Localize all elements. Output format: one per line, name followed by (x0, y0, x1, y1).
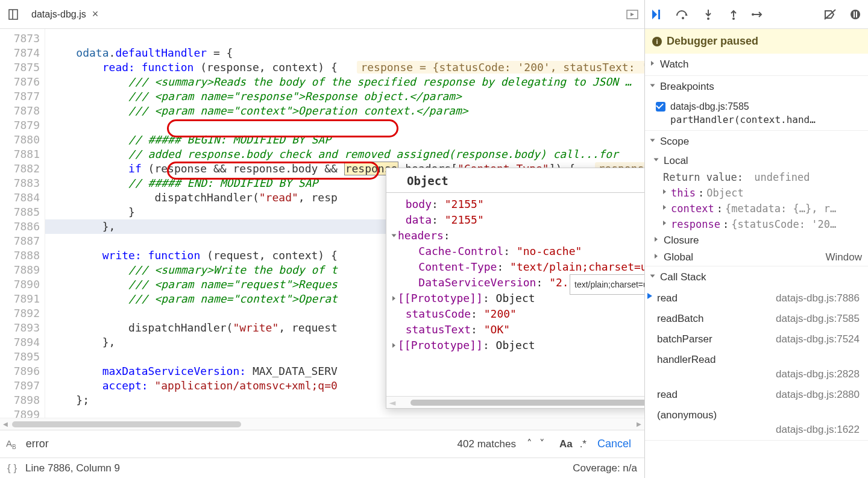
chevron-right-icon (651, 61, 654, 66)
debugger-paused-label: Debugger paused (667, 35, 758, 48)
search-matches-label: 402 matches (458, 438, 516, 450)
file-tab-label: datajs-dbg.js (31, 9, 86, 20)
callstack-section-header[interactable]: Call Stack (645, 266, 868, 288)
search-input[interactable] (24, 434, 450, 454)
regex-button[interactable]: .* (580, 438, 587, 450)
scope-section-header[interactable]: Scope (645, 131, 868, 153)
svg-rect-9 (854, 11, 855, 17)
show-function-icon[interactable] (625, 7, 640, 22)
code-scrollbar-horizontal[interactable]: ◄ ► (0, 418, 644, 430)
case-sensitive-button[interactable]: Aa (559, 438, 573, 450)
callstack-frame[interactable]: handlerReaddatajs-dbg.js:2828 (645, 350, 868, 385)
chevron-right-icon (655, 237, 658, 242)
next-match-button[interactable]: ˅ (539, 438, 545, 450)
file-navigator-button[interactable] (7, 7, 22, 22)
prev-match-button[interactable]: ˄ (527, 438, 532, 450)
scope-global-header[interactable]: Global Window (645, 249, 868, 266)
svg-rect-2 (658, 10, 660, 19)
chevron-down-icon (654, 159, 659, 162)
callstack-frame[interactable]: readdatajs-dbg.js:7886 (645, 288, 868, 309)
chevron-right-icon (655, 254, 658, 259)
step-button[interactable] (751, 7, 767, 22)
breakpoint-item[interactable]: datajs-dbg.js:7585partHandler(context.ha… (645, 98, 868, 130)
svg-point-5 (732, 17, 735, 20)
debugger-paused-banner: i Debugger paused (645, 29, 868, 54)
coverage-label: Coverage: n/a (573, 462, 637, 474)
callstack-frame[interactable]: batchParserdatajs-dbg.js:7524 (645, 329, 868, 350)
tabs-bar: datajs-dbg.js × (0, 0, 644, 29)
close-tab-icon[interactable]: × (92, 8, 99, 20)
breakpoints-section-label: Breakpoints (660, 81, 714, 93)
scope-local-header[interactable]: Local (645, 153, 868, 169)
popup-scrollbar-horizontal[interactable]: ◄ ► (386, 396, 644, 408)
pause-on-exceptions-button[interactable] (848, 7, 863, 22)
scroll-left-icon[interactable]: ◄ (386, 396, 398, 409)
chevron-down-icon (650, 84, 655, 87)
code-editor[interactable]: 7873787478757876787778787879788078817882… (0, 29, 644, 418)
cursor-position-label: Line 7886, Column 9 (25, 462, 120, 474)
debugger-panel: i Debugger paused Watch Breakpoints data… (645, 0, 868, 478)
line-gutter: 7873787478757876787778787879788078817882… (0, 29, 45, 418)
object-inspector-popup[interactable]: Object body: "2155" data: "2155"headers:… (386, 168, 644, 409)
search-bar: AB 402 matches ˄ ˅ Aa .* Cancel (0, 430, 644, 458)
chevron-down-icon (650, 275, 655, 278)
callstack-section-label: Call Stack (660, 271, 706, 283)
resume-button[interactable] (650, 7, 665, 22)
breakpoints-section-header[interactable]: Breakpoints (645, 76, 868, 98)
svg-point-8 (851, 10, 860, 19)
svg-point-3 (682, 17, 684, 19)
watch-section-label: Watch (660, 58, 689, 71)
debugger-toolbar (645, 0, 868, 29)
replace-toggle-icon[interactable]: AB (6, 438, 16, 450)
breakpoint-checkbox[interactable] (656, 102, 665, 112)
scope-return-value: Return value: undefined (645, 169, 868, 185)
value-tooltip: text/plain;charset=utf-8 (570, 274, 644, 295)
step-out-button[interactable] (726, 7, 741, 22)
status-bar: { } Line 7886, Column 9 Coverage: n/a (0, 458, 644, 478)
callstack-frame[interactable]: (anonymous)datajs-dbg.js:1622 (645, 405, 868, 440)
scrollbar-thumb[interactable] (410, 400, 644, 406)
step-over-button[interactable] (675, 7, 691, 22)
popup-title: Object (386, 168, 644, 193)
scope-variable[interactable]: response: {statusCode: '20… (645, 216, 868, 232)
scope-closure-label: Closure (664, 234, 699, 247)
scope-variable[interactable]: context: {metadata: {…}, r… (645, 201, 868, 216)
deactivate-breakpoints-button[interactable] (822, 7, 838, 22)
svg-point-6 (752, 13, 754, 16)
scroll-left-icon[interactable]: ◄ (0, 420, 11, 429)
callstack-frame[interactable]: readBatchdatajs-dbg.js:7585 (645, 309, 868, 329)
watch-section-header[interactable]: Watch (645, 54, 868, 75)
popup-body[interactable]: body: "2155" data: "2155"headers: Cache-… (386, 193, 644, 396)
step-into-button[interactable] (700, 7, 716, 22)
scope-global-label: Global (664, 251, 693, 263)
code-content[interactable]: odata.defaultHandler = { read: function … (45, 29, 644, 418)
scope-local-label: Local (664, 155, 688, 167)
scope-global-value: Window (826, 251, 862, 263)
pretty-print-icon[interactable]: { } (7, 462, 17, 474)
scope-section-label: Scope (660, 136, 689, 148)
scroll-right-icon[interactable]: ► (634, 420, 644, 429)
svg-rect-10 (856, 11, 857, 17)
scrollbar-thumb[interactable] (12, 421, 241, 427)
cancel-search-button[interactable]: Cancel (597, 438, 631, 450)
file-tab[interactable]: datajs-dbg.js × (24, 0, 105, 28)
info-icon: i (652, 37, 662, 46)
scope-closure-header[interactable]: Closure (645, 232, 868, 249)
svg-rect-0 (9, 10, 17, 19)
chevron-down-icon (650, 139, 655, 142)
scope-variable[interactable]: this: Object (645, 185, 868, 201)
callstack-frame[interactable]: readdatajs-dbg.js:2880 (645, 385, 868, 405)
svg-point-4 (707, 17, 709, 20)
